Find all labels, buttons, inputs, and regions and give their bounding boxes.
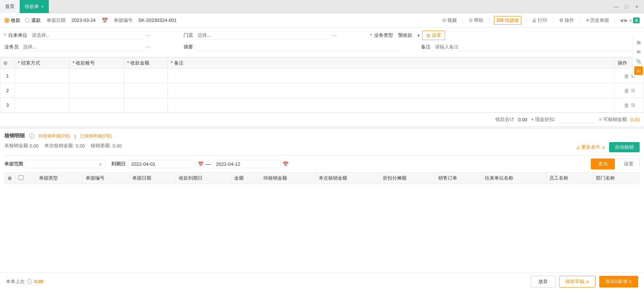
radio-refund-dot (25, 18, 30, 23)
footer-info-icon[interactable]: i (27, 279, 32, 284)
gear-verify-icon[interactable]: ⚙ (8, 176, 12, 181)
row-3-account[interactable] (70, 98, 124, 113)
current-stat: 本次核销金额: 0.00 (44, 142, 85, 149)
summary-label: 摘要 (184, 44, 193, 50)
current-verify-value: 0.00 (76, 143, 85, 149)
table-gear-icon[interactable]: ⚙ (3, 60, 8, 66)
row-2-delete-icon[interactable]: 🗑 (624, 88, 629, 94)
sidebar-active-icon[interactable]: Ai (634, 66, 643, 75)
col-header-settle: * 结算方式 (15, 58, 70, 69)
pending-tab[interactable]: 待核销单据(0笔) (39, 133, 70, 139)
toolbar: 收款 退款 单据日期 2023-03-24 📅 单据编号 SK-20230324… (0, 13, 644, 28)
tab-close-icon[interactable]: × (41, 4, 44, 9)
tab-active[interactable]: 收款单 × (20, 0, 49, 13)
row-1-amount[interactable] (124, 69, 168, 83)
select-all-checkbox[interactable] (19, 175, 23, 180)
nav-left-icon[interactable]: ◀ (620, 17, 623, 23)
date-range-field: 到期日 📅 — 📅 (111, 160, 288, 168)
form-row-1: * 往来单位 ··· 门店 ··· * 业务类型 预收款 ▾ ⚙ 设置 (4, 31, 640, 40)
business-type-value: 预收款 (395, 32, 415, 39)
diff-stat: 核销差额: 0.00 (91, 142, 122, 149)
print-button[interactable]: 🖨 打印 (530, 16, 549, 24)
date-from-input[interactable] (128, 160, 196, 168)
layout-list-icon[interactable]: ≡ (629, 17, 632, 23)
radio-refund[interactable]: 退款 (25, 17, 41, 24)
nav-right-icon[interactable]: ▶ (624, 17, 628, 23)
row-3-remark[interactable] (168, 98, 615, 113)
remark-input[interactable] (433, 43, 640, 51)
abandon-button[interactable]: 放弃 (531, 276, 555, 287)
verify-info-icon[interactable]: i (29, 133, 34, 138)
range-field: 单据范围 ∨ (4, 160, 106, 168)
col-amount: 金额 (231, 173, 260, 184)
save-new-button[interactable]: 保存&新增 ∧ (599, 276, 638, 287)
chevron-up-icon: ∧ (602, 145, 605, 150)
row-2-amount[interactable] (124, 83, 168, 98)
row-2-index: 2 (0, 83, 15, 98)
col-due-date: 收款到期日 (176, 173, 231, 184)
tab-active-label: 收款单 (25, 3, 39, 10)
sales-input[interactable] (21, 43, 143, 51)
query-button[interactable]: 查询 (591, 158, 615, 169)
setting-label: 设置 (432, 32, 441, 39)
history-icon: ≡ (586, 17, 589, 23)
row-1-delete-icon[interactable]: 🗑 (624, 73, 629, 79)
row-1-account[interactable] (70, 69, 124, 83)
row-3-delete-icon[interactable]: 🗑 (624, 102, 629, 108)
row-2-account[interactable] (70, 83, 124, 98)
calendar-to-icon[interactable]: 📅 (283, 161, 288, 167)
row-2-settle[interactable] (15, 83, 70, 98)
done-tab[interactable]: 已核销单据(0笔) (80, 133, 112, 139)
row-1-settle[interactable] (15, 69, 70, 83)
form-area: * 往来单位 ··· 门店 ··· * 业务类型 预收款 ▾ ⚙ 设置 (0, 28, 644, 57)
minimize-button[interactable]: — (613, 3, 620, 10)
row-3-settle[interactable] (15, 98, 70, 113)
radio-receive[interactable]: 收款 (4, 17, 20, 24)
row-2-remark[interactable] (168, 83, 615, 98)
tab-home[interactable]: 首页 (0, 0, 20, 13)
print-label: 打印 (538, 17, 547, 24)
col-date: 单据日期 (129, 173, 176, 184)
col-v-checkbox (16, 173, 36, 184)
setting-button[interactable]: ⚙ 设置 (422, 31, 445, 40)
operation-button[interactable]: ⚙ 操作 (558, 16, 576, 24)
row-1-remark[interactable] (168, 69, 615, 83)
more-conditions-button[interactable]: ⊿ 更多条件 ∧ (576, 144, 605, 150)
sidebar-table-icon[interactable]: ⊞ (634, 38, 643, 47)
business-type-dropdown-icon[interactable]: ▾ (417, 33, 420, 38)
range-select[interactable]: ∨ (25, 160, 106, 168)
shortcut-label: 快捷键 (504, 17, 519, 24)
counterpart-input[interactable] (30, 31, 143, 39)
auto-verify-button[interactable]: 自动核销 (609, 142, 640, 152)
shortcut-button[interactable]: ⌨ 快捷键 (494, 16, 521, 25)
calendar-icon[interactable]: 📅 (102, 17, 108, 23)
calendar-from-icon[interactable]: 📅 (198, 161, 204, 167)
video-button[interactable]: ⊙ 视频 (441, 16, 458, 24)
total-value: 0.00 (518, 117, 527, 122)
summary-input[interactable] (195, 43, 402, 51)
store-more-icon[interactable]: ··· (332, 32, 337, 39)
row-3-copy-icon[interactable]: ⧉ (631, 102, 635, 108)
row-2-action: 🗑 ⧉ (615, 83, 644, 98)
close-window-button[interactable]: × (633, 3, 640, 10)
sales-label: 业务员 (4, 44, 19, 50)
sales-more-icon[interactable]: ··· (145, 44, 150, 50)
shortcut-icon: ⌨ (496, 17, 503, 23)
sidebar-email-icon[interactable]: ✉ (634, 47, 643, 56)
history-label: 历史单据 (590, 17, 609, 24)
history-button[interactable]: ≡ 历史单据 (585, 16, 610, 24)
date-to-input[interactable] (213, 160, 280, 168)
row-2-copy-icon[interactable]: ⧉ (631, 87, 635, 94)
verify-setting-button[interactable]: 设置 (618, 158, 640, 169)
sidebar-attach-icon[interactable]: 📎 (634, 57, 643, 66)
counterpart-more-icon[interactable]: ··· (145, 32, 150, 39)
store-input[interactable] (195, 31, 330, 39)
save-draft-button[interactable]: 保存草稿 ∧ (559, 276, 596, 287)
row-3-amount[interactable] (124, 98, 168, 113)
layout-card-icon[interactable]: ⊞ (633, 17, 640, 23)
discount-input[interactable] (559, 116, 595, 123)
this-order-label: 本单上次 (6, 278, 25, 285)
maximize-button[interactable]: □ (623, 3, 630, 10)
page-footer: 本单上次 i 0.00 放弃 保存草稿 ∧ 保存&新增 ∧ (0, 273, 644, 290)
help-button[interactable]: ⊙ 帮助 (467, 16, 485, 24)
